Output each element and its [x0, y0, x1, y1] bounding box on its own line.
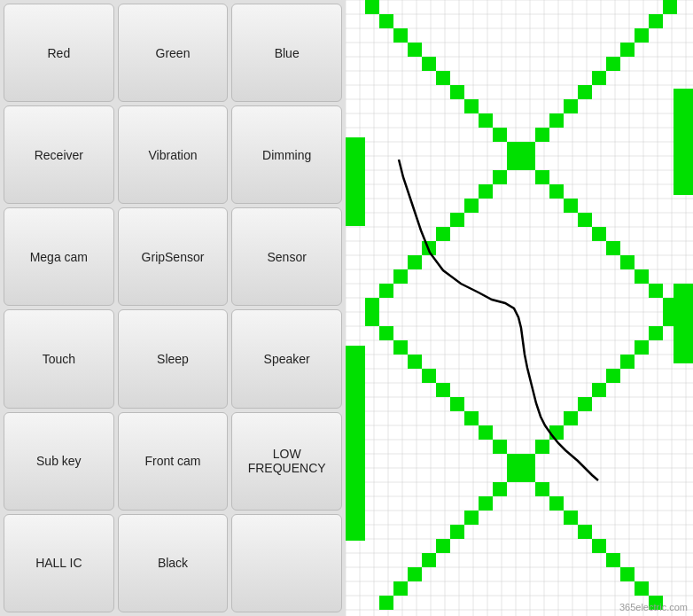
svg-rect-86 [450, 525, 464, 539]
svg-rect-41 [479, 184, 493, 199]
grid-btn-low-frequency[interactable]: LOW FREQUENCY [231, 412, 342, 511]
svg-rect-53 [408, 355, 422, 369]
svg-rect-85 [464, 511, 479, 525]
svg-rect-56 [450, 397, 464, 411]
grid-btn-sleep[interactable]: Sleep [118, 309, 229, 408]
grid-btn-sub-key[interactable]: Sub key [4, 412, 114, 511]
svg-rect-6 [365, 0, 379, 14]
svg-rect-31 [620, 43, 635, 57]
svg-rect-48 [379, 284, 393, 298]
svg-rect-20 [564, 199, 578, 213]
svg-rect-22 [592, 227, 606, 241]
grid-btn-vibration[interactable]: Vibration [118, 105, 229, 204]
svg-rect-24 [620, 255, 635, 269]
svg-rect-27 [663, 298, 677, 312]
grid-btn-empty[interactable] [231, 514, 342, 612]
svg-rect-4 [674, 89, 693, 195]
svg-rect-11 [436, 71, 450, 85]
svg-rect-1 [346, 0, 693, 616]
svg-rect-87 [436, 539, 450, 553]
grid-btn-front-cam[interactable]: Front cam [118, 412, 229, 511]
svg-rect-65 [578, 525, 592, 539]
svg-rect-57 [464, 411, 479, 425]
watermark-text: 365electric.com [619, 602, 688, 612]
svg-rect-26 [649, 284, 663, 298]
svg-rect-47 [393, 269, 408, 284]
svg-rect-58 [479, 425, 493, 440]
svg-rect-77 [578, 397, 592, 411]
svg-rect-71 [663, 312, 677, 326]
svg-rect-60 [507, 454, 521, 468]
svg-rect-35 [564, 99, 578, 113]
svg-rect-51 [379, 326, 393, 340]
svg-rect-81 [521, 454, 535, 468]
svg-rect-76 [592, 383, 606, 397]
svg-rect-69 [635, 581, 649, 596]
svg-rect-63 [549, 496, 564, 511]
svg-rect-42 [464, 199, 479, 213]
svg-rect-54 [422, 369, 436, 383]
svg-rect-16 [507, 142, 521, 156]
svg-rect-17 [521, 156, 535, 170]
svg-rect-3 [346, 346, 365, 541]
svg-rect-43 [450, 213, 464, 227]
svg-rect-72 [649, 326, 663, 340]
svg-rect-55 [436, 383, 450, 397]
chart-panel: 365electric.com [346, 0, 693, 616]
svg-rect-2 [346, 137, 365, 226]
svg-rect-18 [535, 170, 549, 184]
grid-btn-blue[interactable]: Blue [231, 4, 342, 102]
svg-rect-67 [606, 553, 620, 567]
svg-rect-73 [635, 340, 649, 355]
svg-rect-7 [379, 14, 393, 28]
svg-rect-84 [479, 496, 493, 511]
svg-rect-19 [549, 184, 564, 199]
svg-rect-52 [393, 340, 408, 355]
svg-rect-14 [479, 113, 493, 128]
svg-rect-28 [663, 0, 677, 14]
svg-rect-62 [535, 482, 549, 496]
grid-btn-dimming[interactable]: Dimming [231, 105, 342, 204]
svg-rect-61 [521, 468, 535, 482]
svg-rect-75 [606, 369, 620, 383]
grid-btn-red[interactable]: Red [4, 4, 114, 102]
svg-rect-90 [393, 581, 408, 596]
svg-rect-59 [493, 440, 507, 454]
svg-rect-30 [635, 28, 649, 43]
grid-btn-mega-cam[interactable]: Mega cam [4, 207, 114, 306]
svg-rect-25 [635, 269, 649, 284]
svg-rect-88 [422, 553, 436, 567]
svg-rect-29 [649, 14, 663, 28]
svg-rect-39 [507, 156, 521, 170]
svg-rect-89 [408, 567, 422, 581]
svg-rect-23 [606, 241, 620, 255]
grid-btn-sensor[interactable]: Sensor [231, 207, 342, 306]
svg-rect-40 [493, 170, 507, 184]
svg-rect-91 [379, 596, 393, 610]
svg-rect-13 [464, 99, 479, 113]
svg-rect-33 [592, 71, 606, 85]
chart-svg [346, 0, 693, 616]
svg-rect-21 [578, 213, 592, 227]
svg-rect-83 [493, 482, 507, 496]
grid-btn-receiver[interactable]: Receiver [4, 105, 114, 204]
grid-btn-green[interactable]: Green [118, 4, 229, 102]
svg-rect-12 [450, 85, 464, 99]
svg-rect-64 [564, 511, 578, 525]
grid-btn-gripsensor[interactable]: GripSensor [118, 207, 229, 306]
svg-rect-15 [493, 128, 507, 142]
svg-rect-34 [578, 85, 592, 99]
svg-rect-10 [422, 57, 436, 71]
grid-btn-black[interactable]: Black [118, 514, 229, 612]
svg-rect-74 [620, 355, 635, 369]
svg-rect-82 [507, 468, 521, 482]
grid-btn-hall-ic[interactable]: HALL IC [4, 514, 114, 612]
svg-rect-36 [549, 113, 564, 128]
grid-btn-speaker[interactable]: Speaker [231, 309, 342, 408]
svg-rect-78 [564, 411, 578, 425]
button-grid: RedGreenBlueReceiverVibrationDimmingMega… [0, 0, 346, 616]
svg-rect-49 [365, 298, 379, 312]
svg-rect-79 [549, 425, 564, 440]
grid-btn-touch[interactable]: Touch [4, 309, 114, 408]
svg-rect-38 [521, 142, 535, 156]
